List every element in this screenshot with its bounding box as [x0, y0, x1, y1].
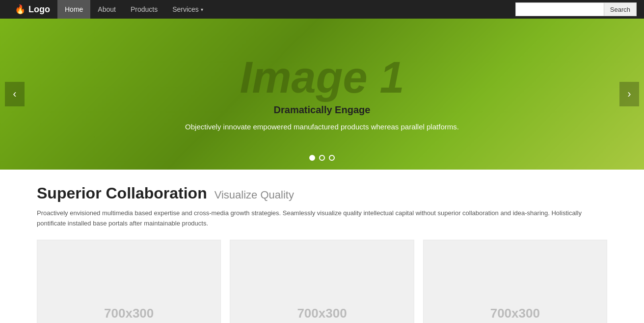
carousel-headline: Dramatically Engage: [185, 104, 459, 116]
carousel-dot-2[interactable]: [319, 155, 325, 161]
nav-items: Home About Products Services ▾: [57, 0, 515, 19]
nav-item-products[interactable]: Products: [123, 0, 165, 19]
image-placeholder-2: 700x300: [230, 240, 414, 323]
navbar-brand[interactable]: 🔥 Logo: [7, 4, 57, 15]
section-heading: Superior Collaboration Visualize Quality: [37, 184, 607, 202]
nav-item-about[interactable]: About: [90, 0, 123, 19]
section-title: Superior Collaboration: [37, 184, 207, 202]
image-placeholder-label-1: 700x300: [104, 306, 154, 321]
carousel-prev-button[interactable]: ‹: [5, 82, 25, 106]
search-input[interactable]: [515, 2, 604, 16]
carousel-body: Objectively innovate empowered manufactu…: [185, 122, 459, 133]
brand-label: Logo: [28, 4, 50, 15]
image-placeholder-label-2: 700x300: [297, 306, 347, 321]
nav-item-home[interactable]: Home: [57, 0, 90, 19]
carousel-image-title: Image 1: [185, 55, 459, 99]
nav-item-services-label: Services: [172, 5, 199, 13]
section-description: Proactively envisioned multimedia based …: [37, 208, 607, 229]
carousel: ‹ Image 1 Dramatically Engage Objectivel…: [0, 19, 644, 170]
image-placeholder-label-3: 700x300: [490, 306, 540, 321]
content-section: Superior Collaboration Visualize Quality…: [0, 170, 644, 323]
image-placeholder-3: 700x300: [423, 240, 607, 323]
carousel-next-button[interactable]: ›: [619, 82, 639, 106]
carousel-content: Image 1 Dramatically Engage Objectively …: [185, 55, 459, 133]
carousel-dot-1[interactable]: [309, 155, 315, 161]
navbar-search: Search: [515, 2, 637, 16]
chevron-down-icon: ▾: [201, 7, 203, 12]
carousel-dot-3[interactable]: [329, 155, 335, 161]
nav-item-services[interactable]: Services ▾: [165, 0, 211, 19]
fire-icon: 🔥: [15, 4, 26, 15]
navbar: 🔥 Logo Home About Products Services ▾ Se…: [0, 0, 644, 19]
image-grid: 700x300 700x300 700x300: [37, 240, 607, 323]
carousel-indicators: [309, 155, 335, 161]
section-subtitle: Visualize Quality: [215, 189, 294, 201]
image-placeholder-1: 700x300: [37, 240, 221, 323]
search-button[interactable]: Search: [604, 2, 637, 16]
